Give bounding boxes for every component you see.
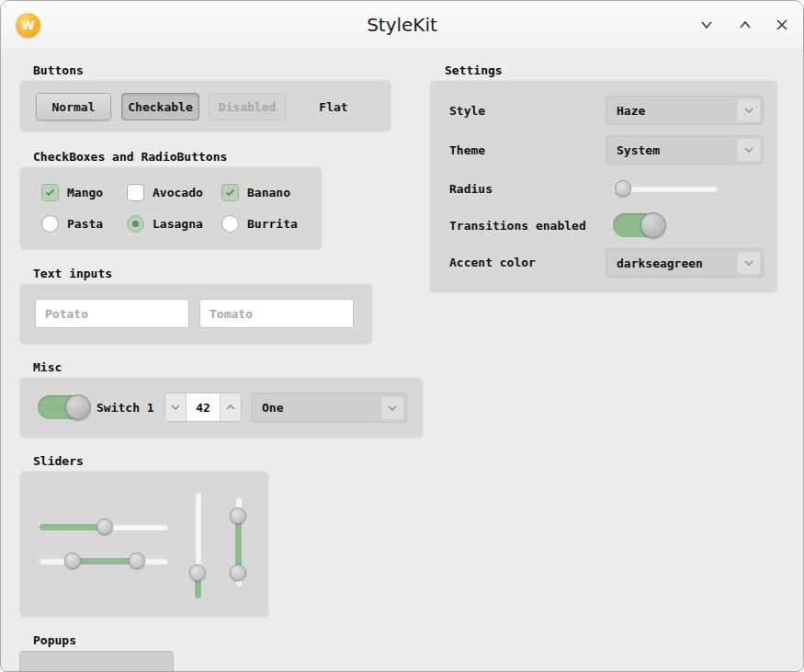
- radio-label: Lasagna: [153, 217, 203, 231]
- switch-knob: [65, 394, 91, 420]
- misc-section-label: Misc: [33, 360, 62, 374]
- chevron-down-icon: [171, 404, 180, 410]
- one-combobox[interactable]: One: [251, 393, 407, 423]
- spin-down-button[interactable]: [165, 393, 187, 421]
- combobox-value: One: [262, 401, 283, 415]
- checkbox-label: Mango: [67, 186, 103, 199]
- slider-handle[interactable]: [189, 564, 206, 581]
- radio-label: Pasta: [67, 217, 103, 231]
- horizontal-slider-1[interactable]: [40, 524, 168, 530]
- slider-fill: [40, 524, 105, 530]
- tomato-input[interactable]: [199, 299, 354, 328]
- vertical-slider-1[interactable]: [195, 493, 201, 598]
- sliders-section-label: Sliders: [33, 454, 84, 468]
- vertical-range-slider[interactable]: [235, 497, 242, 587]
- chevron-up-icon: [226, 404, 235, 410]
- buttons-section-label: Buttons: [33, 63, 84, 77]
- chevron-down-icon: [388, 405, 397, 411]
- checkbox-avocado[interactable]: Avocado: [127, 184, 203, 201]
- popups-widget-partial[interactable]: [19, 651, 174, 672]
- checks-panel: [19, 166, 323, 250]
- transitions-toggle[interactable]: [613, 213, 664, 237]
- checks-section-label: CheckBoxes and RadioButtons: [33, 150, 227, 164]
- accent-color-combobox[interactable]: darkseagreen: [606, 248, 764, 278]
- switch-knob: [640, 212, 666, 238]
- radius-slider[interactable]: [613, 186, 718, 192]
- slider-fill: [73, 558, 137, 564]
- combobox-arrow-button[interactable]: [738, 252, 760, 274]
- combobox-value: Haze: [617, 104, 645, 118]
- disabled-button: Disabled: [209, 93, 286, 120]
- checkbox-indicator: [221, 184, 239, 201]
- radio-indicator: [221, 215, 239, 233]
- style-combobox[interactable]: Haze: [606, 96, 764, 125]
- sliders-panel: [19, 471, 269, 618]
- check-icon: [45, 188, 55, 197]
- spinbox: 42: [164, 393, 242, 422]
- window-title: StyleKit: [1, 14, 803, 36]
- slider-handle-high[interactable]: [129, 552, 145, 569]
- radio-indicator: [127, 215, 144, 233]
- switch-1-label: Switch 1: [96, 401, 154, 415]
- app-window: W StyleKit Buttons Normal Checkable Disa…: [0, 0, 804, 672]
- combobox-value: System: [617, 143, 660, 157]
- checkbox-banano[interactable]: Banano: [221, 184, 290, 201]
- radio-label: Burrita: [247, 217, 298, 231]
- theme-label: Theme: [449, 143, 485, 157]
- switch-1-toggle[interactable]: [38, 395, 89, 419]
- flat-button[interactable]: Flat: [306, 93, 361, 120]
- checkable-button[interactable]: Checkable: [121, 93, 199, 120]
- combobox-arrow-button[interactable]: [738, 139, 760, 161]
- close-icon: [773, 16, 791, 34]
- combobox-arrow-button[interactable]: [738, 99, 760, 121]
- radio-burrita[interactable]: Burrita: [221, 215, 298, 233]
- transitions-label: Transitions enabled: [449, 219, 586, 233]
- slider-handle-low[interactable]: [64, 552, 81, 569]
- horizontal-range-slider[interactable]: [40, 558, 168, 564]
- spin-value[interactable]: 42: [187, 393, 220, 421]
- theme-combobox[interactable]: System: [606, 135, 764, 165]
- maximize-button[interactable]: [734, 14, 756, 36]
- radio-pasta[interactable]: Pasta: [41, 215, 103, 233]
- titlebar: W StyleKit: [1, 1, 803, 49]
- check-icon: [225, 188, 235, 197]
- text-inputs-section-label: Text inputs: [33, 267, 112, 280]
- settings-section-label: Settings: [445, 63, 503, 77]
- potato-input[interactable]: [35, 299, 189, 328]
- style-label: Style: [449, 104, 485, 118]
- slider-handle-high[interactable]: [230, 507, 246, 524]
- slider-handle-low[interactable]: [230, 564, 246, 581]
- slider-handle[interactable]: [96, 518, 113, 535]
- close-button[interactable]: [771, 14, 793, 36]
- minimize-button[interactable]: [696, 14, 718, 36]
- checkbox-indicator: [41, 184, 59, 201]
- popups-section-label: Popups: [33, 633, 76, 647]
- accent-color-label: Accent color: [449, 256, 536, 269]
- combobox-arrow-button[interactable]: [381, 397, 403, 419]
- checkbox-label: Avocado: [153, 186, 203, 199]
- radio-lasagna[interactable]: Lasagna: [127, 215, 203, 233]
- chevron-down-icon: [744, 260, 753, 266]
- chevron-down-icon: [744, 147, 753, 153]
- slider-handle[interactable]: [615, 180, 631, 197]
- radius-label: Radius: [449, 182, 493, 196]
- chevron-down-icon: [744, 108, 753, 113]
- spin-up-button[interactable]: [220, 393, 241, 421]
- chevron-up-icon: [736, 16, 754, 34]
- checkbox-indicator: [127, 184, 144, 201]
- checkbox-label: Banano: [247, 186, 290, 199]
- combobox-value: darkseagreen: [617, 256, 703, 270]
- normal-button[interactable]: Normal: [36, 93, 111, 120]
- chevron-down-icon: [697, 16, 716, 34]
- radio-indicator: [41, 215, 59, 233]
- checkbox-mango[interactable]: Mango: [41, 184, 103, 201]
